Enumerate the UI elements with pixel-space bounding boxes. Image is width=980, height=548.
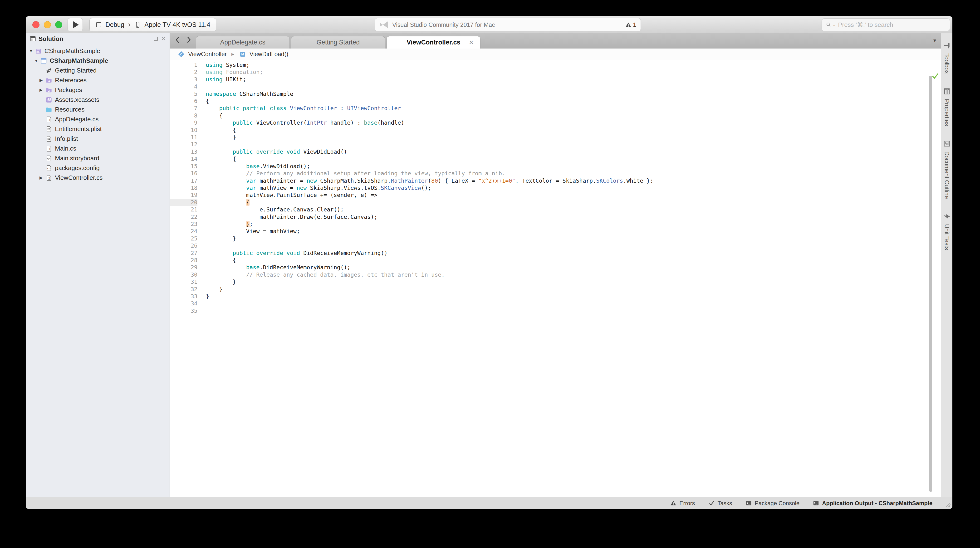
status-item[interactable]: Errors [670,500,695,507]
status-item[interactable]: Application Output - CSharpMathSample [813,500,932,507]
status-item[interactable]: Package Console [746,500,799,507]
tree-item-label: Info.plist [55,135,78,143]
breadcrumb-class[interactable]: ViewController [188,51,227,57]
code-line[interactable]: 2using Foundation; [170,68,941,76]
editor-tab[interactable]: Getting Started [291,36,385,49]
code-line[interactable]: 12 [170,141,941,148]
code-line[interactable]: 34 [170,300,941,307]
code-line[interactable]: 10 { [170,127,941,133]
resize-grip[interactable] [944,500,951,508]
expander-closed-icon[interactable]: ▶ [40,78,45,83]
tree-item[interactable]: Getting Started [26,66,170,75]
code-text [206,300,209,307]
code-line[interactable]: 32 } [170,286,941,293]
code-line[interactable]: 11 } [170,133,941,141]
code-line[interactable]: 33} [170,293,941,300]
minimize-window-button[interactable] [44,21,51,28]
tree-item[interactable]: ▼CSharpMathSample [26,46,170,56]
tree-item[interactable]: {}Main.cs [26,144,170,153]
code-line[interactable]: 22 mathPainter.Draw(e.Surface.Canvas); [170,213,941,221]
dock-tab-unit-tests[interactable]: Unit Tests [943,213,951,250]
lightning-icon [943,213,951,220]
run-button[interactable] [68,18,83,32]
navigate-back-button[interactable] [173,35,182,44]
dock-tab-label: Document Outline [943,151,950,199]
tree-item[interactable]: {}AppDelegate.cs [26,114,170,124]
line-number: 24 [170,228,197,235]
code-line[interactable]: 18 var mathView = new SkiaSharp.Views.tv… [170,184,941,191]
code-text: // Release any cached data, images, etc … [206,271,445,278]
dock-tab-properties[interactable]: Properties [943,87,951,126]
tab-overflow-button[interactable]: ▼ [932,38,937,43]
solution-pad: Solution ✕ ▼CSharpMathSample▼CSharpMathS… [26,33,170,497]
close-icon[interactable]: ✕ [161,35,166,42]
tree-item[interactable]: ▼CSharpMathSample [26,56,170,66]
tree-item[interactable]: ▶References [26,75,170,85]
dock-tab-toolbox[interactable]: Toolbox [943,42,951,74]
tree-item[interactable]: ▶Packages [26,85,170,95]
code-line[interactable]: 24 View = mathView; [170,228,941,235]
navigate-forward-button[interactable] [185,35,193,44]
tree-item[interactable]: Main.storyboard [26,153,170,163]
code-line[interactable]: 16 // Perform any additional setup after… [170,170,941,177]
search-input[interactable] [838,21,946,29]
search-box[interactable]: ⌄ [822,18,950,31]
code-line[interactable]: 25 } [170,235,941,242]
code-text: View = mathView; [206,228,300,235]
expander-open-icon[interactable]: ▼ [34,59,40,63]
tree-item[interactable]: Assets.xcassets [26,95,170,105]
code-line[interactable]: 30 // Release any cached data, images, e… [170,271,941,278]
editor-tab[interactable]: ViewController.cs✕ [387,36,480,49]
expander-open-icon[interactable]: ▼ [29,49,35,54]
code-line[interactable]: 15 base.ViewDidLoad(); [170,163,941,170]
breadcrumb-member[interactable]: ViewDidLoad() [250,51,288,57]
code-line[interactable]: 20 { [170,199,941,206]
build-configuration-selector[interactable]: Debug › Apple TV 4K tvOS 11.4 [89,18,216,32]
code-line[interactable]: 31 } [170,278,941,286]
close-window-button[interactable] [32,21,40,28]
status-item-label: Package Console [755,500,799,507]
code-line[interactable]: 28 { [170,257,941,264]
code-line[interactable]: 14 { [170,155,941,162]
code-line[interactable]: 4 [170,83,941,90]
close-icon[interactable]: ✕ [469,39,474,46]
status-item[interactable]: Tasks [708,500,732,507]
code-line[interactable]: 6{ [170,97,941,105]
auto-hide-icon[interactable] [153,36,159,41]
code-line[interactable]: 26 [170,242,941,249]
code-line[interactable]: 8 { [170,112,941,119]
code-line[interactable]: 27 public override void DidReceiveMemory… [170,249,941,257]
tree-item-label: packages.config [55,164,100,172]
editor-scrollbar[interactable] [929,76,932,492]
code-line[interactable]: 5namespace CSharpMathSample [170,91,941,97]
code-line[interactable]: 7 public partial class ViewController : … [170,105,941,112]
terminal-icon [746,500,752,507]
tree-item[interactable]: Resources [26,105,170,114]
editor-tab[interactable]: AppDelegate.cs [196,36,290,49]
warnings-button[interactable]: 1 [625,21,636,28]
expander-closed-icon[interactable]: ▶ [40,175,45,180]
hammer-icon [943,42,951,49]
code-line[interactable]: 17 var mathPainter = new CSharpMath.Skia… [170,177,941,184]
tree-item[interactable]: Entitlements.plist [26,124,170,134]
tree-item[interactable]: Info.plist [26,134,170,144]
code-line[interactable]: 1using System; [170,61,941,68]
config-file-icon: <> [45,165,52,172]
code-line[interactable]: 19 mathView.PaintSurface += (sender, e) … [170,191,941,199]
code-text: } [206,278,236,286]
code-line[interactable]: 9 public ViewController(IntPtr handle) :… [170,119,941,126]
expander-closed-icon[interactable]: ▶ [40,87,45,92]
code-editor[interactable]: 1using System;2using Foundation;3using U… [170,60,941,497]
code-line[interactable]: 13 public override void ViewDidLoad() [170,148,941,155]
code-line[interactable]: 3using UIKit; [170,76,941,83]
line-number: 35 [170,307,197,315]
zoom-window-button[interactable] [55,21,62,28]
code-line[interactable]: 29 base.DidReceiveMemoryWarning(); [170,264,941,271]
dock-tab-document-outline[interactable]: Document Outline [943,140,951,199]
tree-item[interactable]: <>packages.config [26,163,170,173]
tree-item[interactable]: ▶{}ViewController.cs [26,173,170,183]
code-line[interactable]: 23 }; [170,221,941,228]
code-line[interactable]: 21 e.Surface.Canvas.Clear(); [170,206,941,213]
code-line[interactable]: 35 [170,307,941,315]
tab-label: ViewController.cs [407,39,460,46]
